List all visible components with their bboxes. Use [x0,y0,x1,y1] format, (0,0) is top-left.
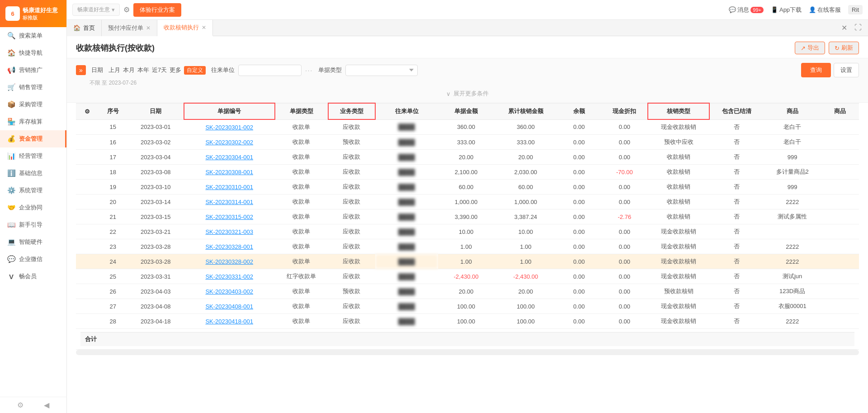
partner-filter-dots[interactable]: ··· [305,67,313,74]
inventory-icon: 🏪 [7,118,15,126]
date-more[interactable]: 更多 [170,66,181,75]
table-row[interactable]: 152023-03-01SK-20230301-002收款单应收款████360… [76,119,859,135]
table-row[interactable]: 222023-03-21SK-20230321-003收款单应收款████10.… [76,224,859,239]
cell-bill-no[interactable]: SK-20230308-001 [184,165,275,180]
table-row[interactable]: 192023-03-10SK-20230310-001收款单应收款████60.… [76,180,859,195]
date-this-month[interactable]: 本月 [123,66,135,75]
cell-bill-type: 收款单 [275,314,328,329]
tab-verify-execute[interactable]: 收款核销执行 ✕ [157,20,213,36]
cell-bill-type: 红字收款单 [275,269,328,284]
page-header: 收款核销执行(按收款) ↗ 导出 ↻ 刷新 [67,36,868,58]
col-header-gear[interactable]: ⚙ [76,103,99,119]
cell-bill-no[interactable]: SK-20230408-001 [184,299,275,314]
expand-more-row[interactable]: ∨ 展开更多条件 [76,90,859,98]
cell-bill-no[interactable]: SK-20230315-002 [184,209,275,224]
table-row[interactable]: 242023-03-28SK-20230328-002收款单应收款████1.0… [76,254,859,269]
industry-solution-button[interactable]: 体验行业方案 [133,3,181,17]
table-row[interactable]: 172023-03-04SK-20230304-001收款单应收款████20.… [76,150,859,165]
cell-biz-type: 应收款 [328,254,375,269]
cell-goods2 [821,299,859,314]
table-row[interactable]: 182023-03-08SK-20230308-001收款单应收款████2,1… [76,165,859,180]
wechat-icon: 💬 [7,255,15,263]
sidebar-item-system[interactable]: ⚙️ 系统管理 [0,182,66,199]
topbar-gear-icon[interactable]: ⚙ [123,5,130,14]
cell-goods1: 衣服00001 [764,299,821,314]
cell-bill-no[interactable]: SK-20230328-002 [184,254,275,269]
main-area: 畅康道好生意 ▾ ⚙ 体验行业方案 💬 消息 99+ 📱 App下载 👤 在线客… [67,0,868,413]
sidebar-item-basic[interactable]: ℹ️ 基础信息 [0,165,66,182]
cell-date: 2023-03-21 [127,224,184,239]
partner-filter-input[interactable] [238,65,302,76]
sidebar-item-hardware[interactable]: 💻 智能硬件 [0,233,66,251]
table-row[interactable]: 212023-03-15SK-20230315-002收款单应收款████3,3… [76,209,859,224]
sidebar-item-sales[interactable]: 🛒 销售管理 [0,79,66,96]
cell-bill-no[interactable]: SK-20230418-001 [184,314,275,329]
online-service-button[interactable]: 👤 在线客服 [809,6,841,14]
cell-no: 24 [99,254,127,269]
filter-expand-button[interactable]: » [76,65,86,75]
table-row[interactable]: 162023-03-02SK-20230302-002收款单预收款████333… [76,135,859,150]
date-7days[interactable]: 近7天 [152,66,167,75]
workspace-dropdown[interactable]: 畅康道好生意 ▾ [72,4,120,16]
cell-bill-no[interactable]: SK-20230304-001 [184,150,275,165]
sidebar-item-guide[interactable]: 📖 新手引导 [0,216,66,233]
query-button[interactable]: 查询 [801,63,831,77]
sidebar-item-search[interactable]: 🔍 搜索菜单 [0,27,66,44]
cell-included: 否 [709,239,763,254]
cell-bill-no[interactable]: SK-20230302-002 [184,135,275,150]
tab-home[interactable]: 🏠 首页 [67,20,102,36]
cell-goods2 [821,150,859,165]
table-row[interactable]: 252023-03-31SK-20230331-002红字收款单应收款████-… [76,269,859,284]
settings-gear-icon[interactable]: ⚙ [17,401,24,409]
sidebar-item-purchase[interactable]: 📦 采购管理 [0,96,66,113]
cell-bill-no[interactable]: SK-20230328-001 [184,239,275,254]
sidebar-item-operation[interactable]: 📊 经营管理 [0,147,66,165]
cell-included: 否 [709,180,763,195]
table-row[interactable]: 272023-04-08SK-20230408-001收款单应收款████100… [76,299,859,314]
user-menu[interactable]: Rit [848,5,863,14]
cell-goods1: 2222 [764,254,821,269]
cell-bill-no[interactable]: SK-20230310-001 [184,180,275,195]
bill-type-select[interactable]: 收款单 红字收款单 [345,65,418,76]
cell-bill-no[interactable]: SK-20230403-002 [184,284,275,299]
cell-checkbox [76,239,99,254]
cell-bill-no[interactable]: SK-20230314-001 [184,195,275,209]
cell-bill-no[interactable]: SK-20230321-003 [184,224,275,239]
sidebar-item-wechat[interactable]: 💬 企业微信 [0,251,66,268]
cell-cum-amount: 333.00 [494,135,557,150]
cell-no: 15 [99,119,127,135]
sidebar-item-inventory[interactable]: 🏪 库存核算 [0,113,66,130]
cell-balance: 0.00 [557,165,601,180]
tab-prepay-order[interactable]: 预付冲应付单 ✕ [102,20,157,36]
date-last-month[interactable]: 上月 [108,66,120,75]
refresh-button[interactable]: ↻ 刷新 [829,42,859,54]
collapse-icon[interactable]: ◀ [44,401,49,409]
cell-discount: 0.00 [601,239,648,254]
sidebar-item-member[interactable]: V 畅会员 [0,268,66,285]
app-download-button[interactable]: 📱 App下载 [771,6,802,14]
table-row[interactable]: 262023-04-03SK-20230403-002收款单预收款████20.… [76,284,859,299]
sidebar-item-label: 基础信息 [19,169,42,177]
sidebar-item-marketing[interactable]: 📢 营销推广 [0,62,66,79]
table-row[interactable]: 282023-04-18SK-20230418-001收款单应收款████100… [76,314,859,329]
cell-cum-amount: 20.00 [494,150,557,165]
setting-button[interactable]: 设置 [834,63,859,77]
sidebar-item-quicknav[interactable]: 🏠 快捷导航 [0,44,66,62]
export-button[interactable]: ↗ 导出 [795,42,825,54]
message-button[interactable]: 💬 消息 99+ [729,6,764,14]
cell-bill-no[interactable]: SK-20230331-002 [184,269,275,284]
table-row[interactable]: 232023-03-28SK-20230328-001收款单应收款████1.0… [76,239,859,254]
date-custom-button[interactable]: 自定义 [184,66,206,75]
horizontal-scrollbar[interactable] [76,350,859,355]
sidebar-item-enterprise[interactable]: 🤝 企业协同 [0,199,66,216]
tab-close-icon[interactable]: ✕ [146,25,151,31]
cell-checkbox [76,135,99,150]
maximize-tab-icon[interactable]: ⛶ [852,23,864,33]
cell-bill-no[interactable]: SK-20230301-002 [184,119,275,135]
sidebar-item-finance[interactable]: 💰 资金管理 [0,130,66,147]
table-row[interactable]: 202023-03-14SK-20230314-001收款单应收款████1,0… [76,195,859,209]
tab-close-active-icon[interactable]: ✕ [202,24,206,31]
service-icon: 👤 [809,6,816,13]
close-tab-icon[interactable]: ✕ [839,23,850,33]
date-this-year[interactable]: 本年 [137,66,149,75]
